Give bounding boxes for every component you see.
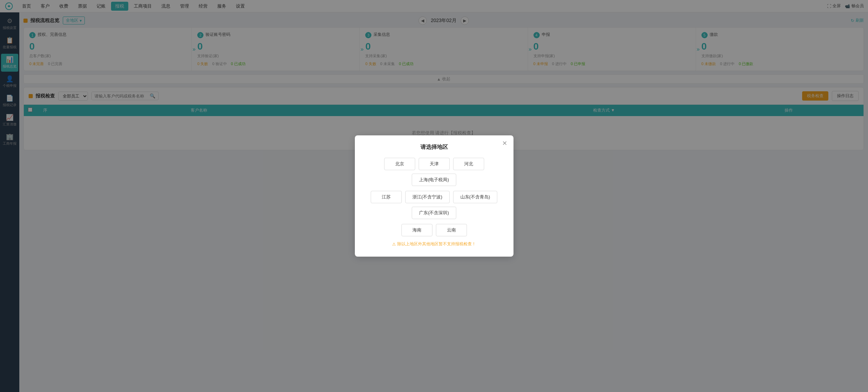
region-options-2: 江苏 浙江(不含宁波) 山东(不含青岛) 广东(不含深圳) (366, 191, 502, 219)
dialog-close-button[interactable]: ✕ (502, 140, 507, 146)
dialog-overlay[interactable]: ✕ 请选择地区 北京 天津 河北 上海(电子税局) 江苏 浙江(不含宁波) 山东… (0, 0, 868, 392)
region-btn-shandong[interactable]: 山东(不含青岛) (453, 191, 498, 203)
region-btn-yunnan[interactable]: 云南 (436, 224, 467, 236)
region-btn-guangdong[interactable]: 广东(不含深圳) (412, 207, 456, 219)
region-btn-zhejiang[interactable]: 浙江(不含宁波) (405, 191, 450, 203)
region-select-dialog: ✕ 请选择地区 北京 天津 河北 上海(电子税局) 江苏 浙江(不含宁波) 山东… (355, 135, 513, 257)
warning-icon: ⚠ (392, 242, 396, 247)
region-btn-hainan[interactable]: 海南 (401, 224, 432, 236)
region-options-3: 海南 云南 (366, 224, 502, 236)
region-warning: ⚠ 除以上地区外其他地区暂不支持报税检查！ (366, 241, 502, 247)
region-btn-beijing[interactable]: 北京 (384, 158, 415, 170)
dialog-title: 请选择地区 (366, 144, 502, 151)
region-btn-jiangsu[interactable]: 江苏 (371, 191, 402, 203)
region-btn-tianjin[interactable]: 天津 (419, 158, 450, 170)
region-btn-hebei[interactable]: 河北 (453, 158, 484, 170)
region-options: 北京 天津 河北 上海(电子税局) (366, 158, 502, 186)
region-btn-shanghai[interactable]: 上海(电子税局) (412, 174, 456, 186)
